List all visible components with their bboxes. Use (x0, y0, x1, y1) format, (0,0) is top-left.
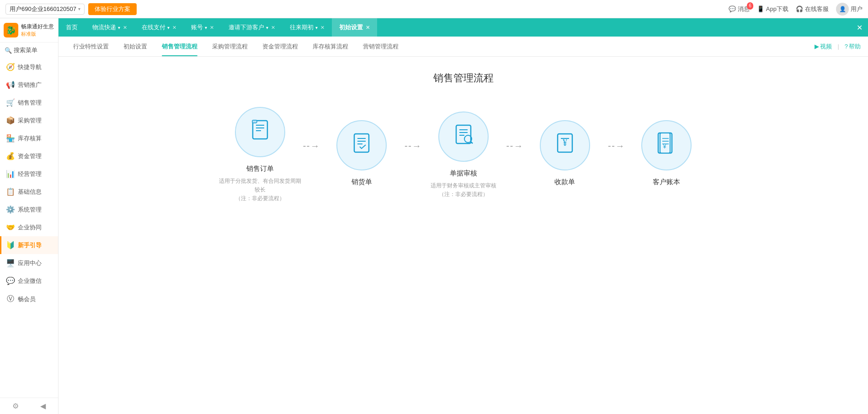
sales-mgmt-label: 销售管理 (18, 99, 42, 107)
flow-step-sales-invoice[interactable]: 销货单 (320, 120, 403, 190)
svg-rect-19 (660, 133, 670, 153)
sidebar-item-basic-info[interactable]: 📋 基础信息 (0, 183, 58, 201)
subtab-init[interactable]: 初始设置 (116, 37, 154, 56)
close-logistics-btn[interactable]: ✕ (123, 25, 127, 31)
sidebar-item-enterprise-collab[interactable]: 🤝 企业协同 (0, 218, 58, 236)
sys-mgmt-label: 系统管理 (18, 206, 42, 214)
flow-step-customer-ledger[interactable]: ¥ 客户账本 (625, 120, 708, 190)
biz-mgmt-icon: 📊 (6, 170, 15, 178)
flow-circle-customer-ledger: ¥ (641, 120, 692, 170)
svg-text:¥: ¥ (563, 138, 567, 148)
sidebar-item-sales-mgmt[interactable]: 🛒 销售管理 (0, 94, 58, 111)
help-label: 帮助 (849, 42, 861, 51)
flow-circle-sales-invoice (336, 120, 387, 170)
sales-order-icon (248, 118, 272, 146)
flow-step-sales-order[interactable]: 销售订单 适用于分批发货、有合同发货周期较长（注：非必要流程） (219, 107, 301, 203)
flow-step-receipt[interactable]: ¥ 收款单 (524, 120, 606, 190)
sidebar-item-marketing-promo[interactable]: 📢 营销推广 (0, 76, 58, 94)
close-account-btn[interactable]: ✕ (210, 25, 214, 31)
company-selector[interactable]: 用户690企业1660120507 ▾ (5, 4, 85, 15)
flow-circle-doc-review (438, 111, 489, 162)
subtab-sales-flow-label: 销售管理流程 (162, 42, 197, 51)
sub-tabs-right: ▶ 视频 | ? 帮助 (815, 42, 861, 51)
dropdown-icon: ▾ (118, 25, 120, 30)
subtab-finance-flow[interactable]: 资金管理流程 (255, 37, 305, 56)
flow-circle-sales-order (235, 107, 285, 157)
subtab-marketing-flow-label: 营销管理流程 (363, 42, 399, 51)
dropdown-icon5: ▾ (315, 25, 318, 30)
trial-btn[interactable]: 体验行业方案 (88, 3, 137, 15)
service-label: 在线客服 (805, 5, 829, 13)
chevron-down-icon: ▾ (78, 6, 80, 11)
app-center-icon: 🖥️ (6, 259, 15, 267)
tab-logistics[interactable]: 物流快递 ▾ ✕ (85, 18, 134, 37)
chang-member-label: 畅会员 (18, 295, 36, 303)
flow-step-doc-review[interactable]: 单据审核 适用于财务审核或主管审核（注：非必要流程） (422, 111, 505, 199)
app-download-btn[interactable]: 📱 App下载 (757, 5, 788, 13)
close-online-pay-btn[interactable]: ✕ (172, 25, 176, 31)
subtab-purchase-flow[interactable]: 采购管理流程 (205, 37, 255, 56)
sidebar-item-enterprise-wechat[interactable]: 💬 企业微信 (0, 272, 58, 290)
close-invite-btn[interactable]: ✕ (271, 25, 275, 31)
enterprise-collab-label: 企业协同 (18, 223, 42, 232)
video-label: 视频 (820, 42, 832, 51)
inventory-icon: 🏪 (6, 134, 15, 143)
user-label: 用户 (851, 5, 863, 13)
sidebar-logo: 🐉 畅康通好生意 标准版 (0, 18, 58, 42)
sys-mgmt-icon: ⚙️ (6, 205, 15, 214)
help-icon: ? (845, 43, 848, 50)
subtab-inventory-flow[interactable]: 库存核算流程 (305, 37, 356, 56)
close-init-settings-btn[interactable]: ✕ (366, 25, 370, 31)
marketing-promo-label: 营销推广 (18, 81, 42, 89)
logo-title: 畅康通好生意 (21, 23, 54, 31)
tab-init-settings-label: 初始设置 (339, 23, 363, 32)
subtab-industry[interactable]: 行业特性设置 (66, 37, 116, 56)
company-name: 用户690企业1660120507 (10, 5, 76, 13)
tab-init-settings[interactable]: 初始设置 ✕ (332, 18, 377, 37)
sidebar-settings-btn[interactable]: ⚙ (12, 402, 19, 410)
sidebar-item-inventory[interactable]: 🏪 库存核算 (0, 129, 58, 147)
tab-online-pay[interactable]: 在线支付 ▾ ✕ (134, 18, 184, 37)
sidebar-collapse-btn[interactable]: ◀ (40, 402, 46, 410)
biz-mgmt-label: 经营管理 (18, 170, 42, 178)
content-area: 首页 物流快递 ▾ ✕ 在线支付 ▾ ✕ 账号 ▾ ✕ 邀请下游客户 ▾ ✕ (59, 18, 868, 414)
app-label: App下载 (766, 5, 788, 13)
flow-arrow-3: - - → (506, 141, 522, 170)
dropdown-icon4: ▾ (266, 25, 268, 30)
sales-invoice-icon (350, 131, 373, 159)
sidebar-item-sys-mgmt[interactable]: ⚙️ 系统管理 (0, 201, 58, 218)
flow-arrow-2: - - → (405, 141, 420, 170)
subtab-inventory-flow-label: 库存核算流程 (313, 42, 348, 51)
sidebar-item-biz-mgmt[interactable]: 📊 经营管理 (0, 165, 58, 183)
close-all-tabs-btn[interactable]: ✕ (851, 18, 868, 37)
help-btn[interactable]: ? 帮助 (845, 42, 861, 51)
purchase-mgmt-label: 采购管理 (18, 117, 42, 125)
sidebar-item-new-guide[interactable]: 🔰 新手引导 (0, 236, 58, 254)
close-period-init-btn[interactable]: ✕ (320, 25, 325, 31)
svg-rect-4 (252, 120, 257, 123)
sidebar-item-quick-nav[interactable]: 🧭 快捷导航 (0, 58, 58, 76)
tab-invite[interactable]: 邀请下游客户 ▾ ✕ (221, 18, 282, 37)
tab-period-init[interactable]: 往来期初 ▾ ✕ (282, 18, 332, 37)
online-service-btn[interactable]: 🎧 在线客服 (796, 5, 829, 13)
subtab-sales-flow[interactable]: 销售管理流程 (154, 37, 205, 56)
tab-online-pay-label: 在线支付 (142, 23, 165, 32)
sidebar-item-chang-member[interactable]: Ⓥ 畅会员 (0, 290, 58, 308)
tab-home[interactable]: 首页 (59, 18, 85, 37)
tab-account[interactable]: 账号 ▾ ✕ (184, 18, 221, 37)
top-bar: 用户690企业1660120507 ▾ 体验行业方案 💬 消息 6 📱 App下… (0, 0, 868, 18)
message-btn[interactable]: 💬 消息 6 (729, 5, 750, 13)
video-help-btn[interactable]: ▶ 视频 (815, 42, 832, 51)
logo-sub: 标准版 (21, 31, 54, 37)
subtab-init-label: 初始设置 (123, 42, 147, 51)
sidebar-search-btn[interactable]: 🔍 搜索菜单 (0, 42, 58, 58)
message-icon: 💬 (729, 5, 736, 12)
doc-review-desc: 适用于财务审核或主管审核（注：非必要流程） (431, 181, 496, 199)
subtab-marketing-flow[interactable]: 营销管理流程 (356, 37, 406, 56)
sidebar-item-app-center[interactable]: 🖥️ 应用中心 (0, 254, 58, 272)
user-btn[interactable]: 👤 用户 (836, 3, 863, 16)
avatar: 👤 (836, 3, 849, 16)
new-guide-label: 新手引导 (18, 241, 42, 249)
sidebar-item-purchase-mgmt[interactable]: 📦 采购管理 (0, 111, 58, 129)
sidebar-item-finance-mgmt[interactable]: 💰 资金管理 (0, 147, 58, 165)
